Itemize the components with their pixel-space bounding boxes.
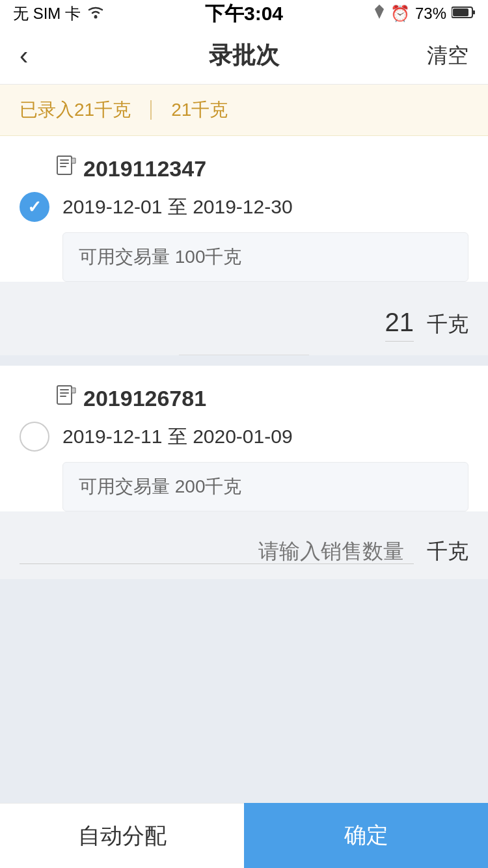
svg-rect-11 (60, 392, 69, 394)
svg-rect-12 (60, 396, 66, 397)
batch1-date: 2019-12-01 至 2019-12-30 (62, 194, 293, 221)
batch1-quantity-value: 21 (385, 308, 414, 336)
location-icon (373, 5, 385, 23)
batch2-input-row[interactable]: 千克 (0, 524, 488, 579)
batch2-date-row[interactable]: 2019-12-11 至 2020-01-09 (20, 422, 468, 452)
battery-percent: 73% (415, 5, 446, 23)
svg-rect-6 (60, 163, 69, 164)
confirm-button[interactable]: 确定 (244, 803, 488, 868)
batch2-radio[interactable] (20, 422, 49, 452)
batch1-quantity-row: 21 千克 (0, 295, 488, 355)
batch-item-2: 2019126781 2019-12-11 至 2020-01-09 可用交易量… (0, 366, 488, 511)
batch1-doc-icon (56, 156, 77, 182)
batch-item-1: 2019112347 ✓ 2019-12-01 至 2019-12-30 可用交… (0, 136, 488, 282)
wifi-icon (86, 5, 105, 23)
status-left: 无 SIM 卡 (13, 3, 105, 24)
bottom-bar: 自动分配 确定 (0, 803, 488, 868)
status-time: 下午3:04 (205, 1, 283, 27)
batch2-id: 2019126781 (83, 386, 206, 411)
auto-distribute-button[interactable]: 自动分配 (0, 803, 244, 868)
batch1-checkmark: ✓ (27, 197, 42, 217)
svg-rect-5 (60, 159, 69, 161)
page-title: 录批次 (209, 40, 279, 72)
status-right: ⏰ 73% (373, 5, 475, 23)
battery-icon (452, 5, 475, 23)
batch1-date-row[interactable]: ✓ 2019-12-01 至 2019-12-30 (20, 192, 468, 222)
batch1-radio[interactable]: ✓ (20, 192, 49, 222)
batch1-availability: 可用交易量 100千克 (20, 232, 468, 282)
svg-rect-10 (60, 389, 69, 390)
info-banner: 已录入21千克 21千克 (0, 85, 488, 136)
svg-rect-4 (57, 156, 72, 174)
entered-label: 已录入21千克 (20, 98, 131, 122)
clear-button[interactable]: 清空 (427, 42, 468, 70)
sale-quantity-input[interactable] (20, 539, 414, 563)
batch1-availability-box: 可用交易量 100千克 (62, 232, 468, 282)
batch1-quantity-underline: 21 (385, 308, 414, 342)
banner-divider (150, 100, 152, 120)
batch2-availability: 可用交易量 200千克 (20, 462, 468, 511)
auto-distribute-label: 自动分配 (78, 821, 167, 851)
batch1-id: 2019112347 (83, 156, 206, 182)
alarm-icon: ⏰ (390, 5, 410, 23)
batch2-header: 2019126781 (20, 385, 468, 411)
section-divider (0, 355, 488, 366)
batch1-header: 2019112347 (20, 156, 468, 182)
svg-point-0 (94, 16, 98, 19)
no-sim-text: 无 SIM 卡 (13, 3, 81, 24)
svg-rect-2 (472, 10, 475, 14)
sale-input-wrapper[interactable] (20, 539, 414, 564)
confirm-label: 确定 (344, 821, 388, 850)
batch2-unit: 千克 (427, 537, 468, 566)
batch2-date: 2019-12-11 至 2020-01-09 (62, 424, 293, 450)
svg-rect-9 (57, 386, 72, 404)
svg-rect-3 (453, 8, 468, 16)
total-label: 21千克 (171, 98, 228, 122)
svg-rect-7 (60, 166, 66, 167)
nav-bar: ‹ 录批次 清空 (0, 27, 488, 85)
batch2-doc-icon (56, 385, 77, 411)
status-bar: 无 SIM 卡 下午3:04 ⏰ 73% (0, 0, 488, 27)
batch1-unit: 千克 (427, 310, 468, 339)
back-button[interactable]: ‹ (20, 41, 59, 70)
batch2-availability-box: 可用交易量 200千克 (62, 462, 468, 511)
